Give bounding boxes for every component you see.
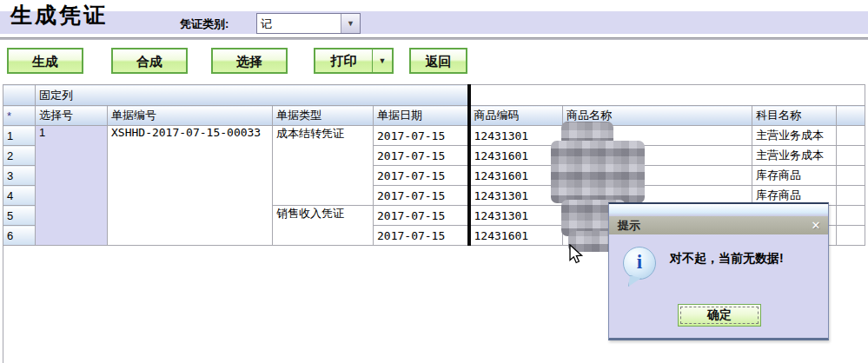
- generate-voucher-window: 生成凭证 凭证类别: 记 ▼ 生成 合成 选择 打印 ▼ 返回 固定列: [0, 0, 868, 363]
- fixed-columns-header: 固定列: [36, 85, 469, 106]
- doc-no-cell[interactable]: XSHHD-2017-07-15-00033: [108, 126, 273, 246]
- page-title: 生成凭证: [10, 1, 108, 30]
- doc-type-cell-cost[interactable]: 成本结转凭证: [273, 126, 374, 206]
- chevron-down-icon[interactable]: ▼: [341, 14, 360, 33]
- table-row[interactable]: 1 1 XSHHD-2017-07-15-00033 成本结转凭证 2017-0…: [3, 126, 865, 146]
- doc-date-cell[interactable]: 2017-07-15: [374, 126, 469, 146]
- back-button[interactable]: 返回: [409, 48, 467, 74]
- print-button[interactable]: 打印: [315, 50, 372, 72]
- stub-cell: [837, 166, 865, 186]
- stub-cell: [837, 126, 865, 146]
- message-dialog: 提示 ✕ i 对不起，当前无数据! 确定: [608, 202, 829, 340]
- stub-cell: [837, 206, 865, 226]
- voucher-type-combobox[interactable]: 记 ▼: [256, 13, 361, 34]
- subject-name-cell[interactable]: 主营业务成本: [752, 146, 837, 166]
- doc-date-cell[interactable]: 2017-07-15: [374, 166, 469, 186]
- close-icon[interactable]: ✕: [809, 219, 823, 233]
- print-dropdown-icon[interactable]: ▼: [372, 50, 392, 72]
- row-number[interactable]: 5: [3, 206, 36, 226]
- subject-name-cell[interactable]: 主营业务成本: [752, 126, 837, 146]
- doc-date-cell[interactable]: 2017-07-15: [374, 146, 469, 166]
- product-code-cell[interactable]: 12431301: [469, 206, 563, 226]
- info-icon: i: [623, 247, 656, 280]
- generate-button[interactable]: 生成: [7, 48, 83, 74]
- dialog-titlebar[interactable]: 提示 ✕: [609, 216, 828, 234]
- col-doc-date[interactable]: 单据日期: [374, 106, 469, 126]
- row-number[interactable]: 6: [3, 226, 36, 246]
- product-code-cell[interactable]: 12431301: [469, 186, 563, 206]
- compose-button[interactable]: 合成: [111, 48, 188, 74]
- dialog-message: 对不起，当前无数据!: [670, 251, 784, 267]
- product-code-cell[interactable]: 12431601: [469, 226, 563, 246]
- stub-cell: [837, 146, 865, 166]
- header-strip: [0, 11, 868, 34]
- doc-date-cell[interactable]: 2017-07-15: [374, 206, 469, 226]
- dialog-title: 提示: [618, 218, 809, 234]
- print-split-button[interactable]: 打印 ▼: [314, 48, 394, 74]
- product-code-cell[interactable]: 12431601: [469, 166, 563, 186]
- product-code-cell[interactable]: 12431301: [469, 126, 563, 146]
- voucher-type-value: 记: [257, 14, 341, 33]
- col-select-no[interactable]: 选择号: [36, 106, 108, 126]
- product-code-cell[interactable]: 12431601: [469, 146, 563, 166]
- toolbar: 生成 合成 选择 打印 ▼ 返回: [0, 48, 868, 74]
- row-number[interactable]: 1: [3, 126, 36, 146]
- group-header-row: 固定列: [3, 85, 865, 106]
- select-button[interactable]: 选择: [211, 48, 288, 74]
- ok-button[interactable]: 确定: [678, 304, 761, 327]
- doc-date-cell[interactable]: 2017-07-15: [374, 226, 469, 246]
- corner-cell: [3, 85, 36, 106]
- dialog-body: i 对不起，当前无数据! 确定: [609, 234, 828, 340]
- subject-name-cell[interactable]: 库存商品: [752, 166, 837, 186]
- stub-cell: [837, 226, 865, 246]
- stub-cell: [837, 186, 865, 206]
- doc-date-cell[interactable]: 2017-07-15: [374, 186, 469, 206]
- col-product-code[interactable]: 商品编码: [469, 106, 563, 126]
- voucher-type-label: 凭证类别:: [180, 16, 229, 32]
- row-number[interactable]: 3: [3, 166, 36, 186]
- col-subject-name[interactable]: 科目名称: [752, 106, 837, 126]
- row-number[interactable]: 4: [3, 186, 36, 206]
- row-number[interactable]: 2: [3, 146, 36, 166]
- header-divider: [0, 37, 868, 40]
- col-row-marker[interactable]: *: [3, 106, 36, 126]
- dialog-top-strip: [609, 204, 828, 216]
- col-doc-no[interactable]: 单据编号: [108, 106, 273, 126]
- select-no-cell[interactable]: 1: [36, 126, 108, 246]
- censor-blob: [551, 141, 645, 203]
- col-doc-type[interactable]: 单据类型: [273, 106, 374, 126]
- scroll-section-header: [469, 85, 865, 106]
- mouse-cursor-icon: [566, 244, 585, 268]
- col-stub: [837, 106, 865, 126]
- column-header-row: * 选择号 单据编号 单据类型 单据日期 商品编码 商品名称 科目名称: [3, 106, 865, 126]
- doc-type-cell-sales[interactable]: 销售收入凭证: [273, 206, 374, 246]
